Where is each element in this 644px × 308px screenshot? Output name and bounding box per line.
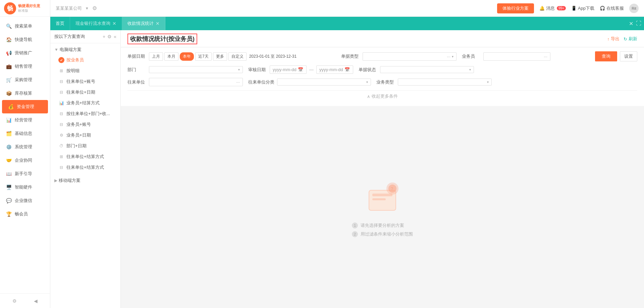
schema-settings-icon[interactable]: ⚙ (107, 34, 112, 39)
sidebar-label-quick-nav: 快捷导航 (15, 37, 32, 43)
refresh-button[interactable]: ↻ 刷新 (624, 36, 637, 42)
doc-type-select[interactable]: ··· ▾ (363, 52, 457, 61)
sidebar-item-system[interactable]: ⚙️系统管理 (0, 140, 50, 154)
sidebar-label-member: 畅会员 (15, 211, 28, 217)
collapse-bar[interactable]: ∧ 收起更多条件 (127, 90, 637, 102)
dropdown-icon[interactable]: ▾ (86, 6, 88, 11)
tab-bank-flow[interactable]: 现金银行流水查询✕ (70, 17, 122, 30)
sidebar-item-operation[interactable]: 📊经营管理 (0, 113, 50, 127)
doc-status-select[interactable]: ▾ (380, 66, 474, 73)
schema-group-header-mobile[interactable]: ▶移动端方案 (50, 175, 120, 186)
schema-item-partner-date[interactable]: ⊟往来单位+日期 (50, 87, 120, 98)
collapse-icon[interactable]: ◀ (34, 298, 38, 304)
group-toggle-desktop: ▼ (54, 47, 58, 52)
window-close-icon[interactable]: ✕ (629, 20, 633, 27)
schema-item-label-partner-settle1: 往来单位+结算方式 (66, 154, 104, 160)
query-button[interactable]: 查询 (595, 51, 617, 61)
sidebar-label-sales: 销售管理 (15, 63, 32, 69)
sidebar-icon-guide: 📖 (5, 170, 12, 177)
sidebar-icon-enterprise: 🤝 (5, 157, 12, 164)
doc-status-arrow: ▾ (469, 68, 471, 71)
schema-item-partner-dept-collect[interactable]: ⊟按往来单位+部门+收... (50, 108, 120, 119)
schema-item-partner-settle1[interactable]: ⊞往来单位+结算方式 (50, 151, 120, 162)
sidebar-item-wechat[interactable]: 💬企业微信 (0, 194, 50, 207)
left-panel-header: 按以下方案查询 + ⚙ « (50, 30, 120, 43)
schema-item-by-detail[interactable]: ⊞按明细 (50, 65, 120, 76)
sidebar-item-purchase[interactable]: 🛒采购管理 (0, 73, 50, 87)
doc-type-arrow: ▾ (452, 55, 453, 58)
export-button[interactable]: ↑ 导出 (607, 36, 620, 42)
tab-home[interactable]: 首页 (50, 17, 70, 30)
refresh-icon: ↻ (624, 37, 627, 42)
add-schema-icon[interactable]: + (103, 34, 105, 39)
schema-item-by-salesperson[interactable]: ✔按业务员 (50, 55, 120, 65)
sidebar-icon-member: 🏆 (5, 211, 12, 217)
schema-item-salesperson-settle[interactable]: 📊业务员+结算方式 (50, 98, 120, 108)
sidebar-item-inventory[interactable]: 📦库存核算 (0, 87, 50, 100)
app-download-item[interactable]: 📱 App下载 (571, 5, 594, 11)
audit-date-end[interactable]: yyyy-mm-dd 📅 (316, 65, 353, 74)
sidebar-item-enterprise[interactable]: 🤝企业协同 (0, 154, 50, 167)
tab-bar: 首页现金银行流水查询✕收款情况统计✕✕⛶ (50, 17, 644, 30)
date-shortcut-本月[interactable]: 本月 (164, 52, 178, 61)
sidebar-item-sales[interactable]: 💼销售管理 (0, 60, 50, 73)
partner-more[interactable]: ··· (236, 80, 240, 85)
schema-item-partner-account[interactable]: ⊟往来单位+账号 (50, 76, 120, 87)
customer-service-item[interactable]: 🎧 在线客服 (600, 5, 624, 11)
date-shortcut-近7天[interactable]: 近7天 (195, 52, 212, 61)
svg-text:?: ? (391, 186, 393, 191)
date-shortcut-自定义[interactable]: 自定义 (228, 52, 247, 61)
sidebar-item-basic[interactable]: 🗂️基础信息 (0, 127, 50, 140)
doc-type-more[interactable]: ··· (447, 54, 450, 59)
window-expand-icon[interactable]: ⛶ (636, 20, 641, 27)
export-icon: ↑ (607, 37, 610, 42)
sidebar-icon-sales: 💼 (5, 63, 12, 70)
schema-item-salesperson-account[interactable]: ⊟业务员+账号 (50, 119, 120, 130)
schema-group-desktop: ▼电脑端方案✔按业务员⊞按明细⊟往来单位+账号⊟往来单位+日期📊业务员+结算方式… (50, 43, 120, 174)
notification-item[interactable]: 🔔 消息 99+ (539, 5, 566, 11)
schema-item-partner-settle2[interactable]: ⊟往来单位+结算方式 (50, 162, 120, 173)
settings-icon[interactable]: ⚙ (92, 5, 97, 11)
audit-date-start[interactable]: yyyy-mm-dd 📅 (270, 65, 307, 74)
sidebar-item-hardware[interactable]: 🖥️智能硬件 (0, 181, 50, 194)
sidebar-item-search-menu[interactable]: 🔍搜索菜单 (0, 19, 50, 33)
sidebar-item-quick-nav[interactable]: 🏠快捷导航 (0, 33, 50, 46)
date-shortcut-本年[interactable]: 本年 (180, 52, 194, 61)
date-shortcut-上月[interactable]: 上月 (149, 52, 163, 61)
partner-category-select[interactable]: ▾ (277, 79, 371, 86)
salesperson-more[interactable]: ··· (544, 54, 547, 59)
dept-label: 部门 (127, 67, 146, 73)
tab-label-collection-stats: 收款情况统计 (127, 20, 154, 27)
header-actions: 体验行业方案 🔔 消息 99+ 📱 App下载 🎧 在线客服 Rit (497, 3, 639, 13)
partner-select[interactable]: ··· (149, 78, 243, 86)
group-toggle-mobile: ▶ (54, 178, 57, 183)
sidebar: 畅 畅捷通好生意 标准版 🔍搜索菜单🏠快捷导航📢营销推广💼销售管理🛒采购管理📦库… (0, 0, 50, 308)
user-avatar[interactable]: Rit (629, 4, 639, 13)
tab-collection-stats[interactable]: 收款情况统计✕ (122, 17, 165, 30)
salesperson-select[interactable]: ··· (483, 52, 550, 61)
tab-close-collection-stats[interactable]: ✕ (156, 21, 160, 26)
filter-row-2: 部门 ▾ 审核日期 yyyy-mm-dd 📅 — (127, 65, 637, 74)
business-type-select[interactable]: ▾ (398, 79, 492, 86)
schema-item-label-partner-date: 往来单位+日期 (66, 89, 95, 95)
sidebar-item-finance[interactable]: 💰资金管理 (2, 100, 48, 113)
schema-collapse-icon[interactable]: « (114, 34, 116, 39)
partner-category-label: 往来单位分类 (248, 79, 274, 85)
schema-item-label-salesperson-date: 业务员+日期 (66, 132, 91, 138)
partner-category-filter: 往来单位分类 ▾ (248, 79, 371, 86)
schema-item-salesperson-date[interactable]: ⚙业务员+日期 (50, 130, 120, 141)
settings-button[interactable]: 设置 (620, 51, 637, 61)
date-shortcut-更多[interactable]: 更多 (213, 52, 227, 61)
schema-group-header-desktop[interactable]: ▼电脑端方案 (50, 45, 120, 55)
trial-button[interactable]: 体验行业方案 (497, 3, 534, 13)
sidebar-icon-search-menu: 🔍 (5, 23, 12, 30)
schema-item-dept-date[interactable]: ⏱部门+日期 (50, 141, 120, 151)
sidebar-icon-operation: 📊 (5, 117, 12, 123)
sidebar-item-marketing[interactable]: 📢营销推广 (0, 46, 50, 60)
sidebar-item-member[interactable]: 🏆畅会员 (0, 207, 50, 221)
dept-select[interactable]: ▾ (149, 66, 243, 73)
schema-icon-by-detail: ⊞ (58, 68, 64, 74)
tab-close-bank-flow[interactable]: ✕ (112, 21, 116, 26)
settings-icon[interactable]: ⚙ (12, 298, 17, 304)
sidebar-item-guide[interactable]: 📖新手引导 (0, 167, 50, 181)
